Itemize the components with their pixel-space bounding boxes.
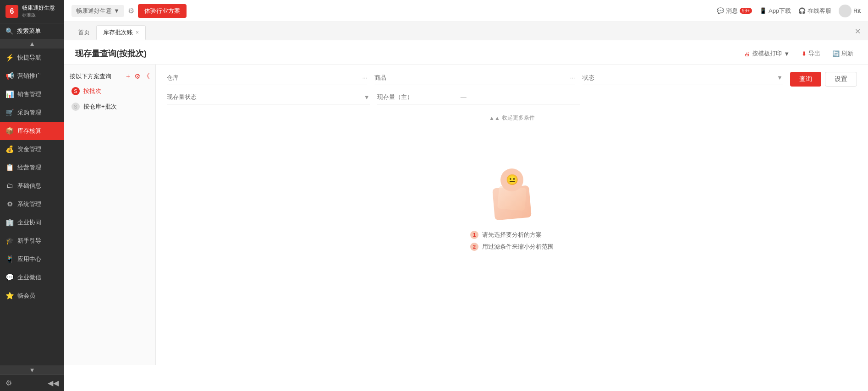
app-logo: 6 — [5, 5, 18, 18]
headset-icon: 🎧 — [798, 7, 806, 14]
collapse-bar[interactable]: ▲▲ 收起更多条件 — [167, 111, 857, 125]
empty-hint-1: 1 请先选择要分析的方案 — [470, 231, 554, 239]
empty-hint-2: 2 用过滤条件来缩小分析范围 — [470, 243, 554, 251]
sidebar-item-marketing[interactable]: 📢 营销推广 — [0, 67, 64, 85]
sidebar-label-inventory: 库存核算 — [17, 127, 41, 135]
print-icon: 🖨 — [744, 50, 750, 57]
sidebar-label-newbie: 新手引导 — [17, 237, 41, 245]
product-input[interactable] — [392, 74, 570, 81]
inventory-icon: 📦 — [5, 127, 14, 135]
warehouse-input[interactable] — [184, 74, 362, 81]
filter-row-2: 现存量状态 ▼ 现存量（主） — — [167, 93, 857, 104]
newbie-icon: 🎓 — [5, 237, 14, 245]
refresh-label: 刷新 — [841, 49, 853, 58]
hint-num-2: 2 — [470, 243, 478, 251]
topbar-right: 💬 消息 99+ 📱 App下载 🎧 在线客服 Rit — [717, 5, 861, 17]
product-label: 商品 — [374, 74, 388, 82]
scheme-panel-header: 按以下方案查询 ＋ ⚙ 《 — [64, 69, 155, 83]
sidebar-item-app-center[interactable]: 📱 应用中心 — [0, 250, 64, 268]
sidebar-nav: ⚡ 快捷导航 📢 营销推广 📊 销售管理 🛒 采购管理 📦 库存核算 💰 资金管… — [0, 49, 64, 365]
empty-illustration: 😐 — [484, 168, 539, 223]
finance-icon: 💰 — [5, 145, 14, 153]
page-header: 现存量查询(按批次) 🖨 按模板打印 ▼ ⬇ 导出 🔄 刷新 — [64, 40, 868, 65]
stock-qty-from[interactable] — [420, 94, 457, 101]
scroll-up-button[interactable]: ▲ — [0, 39, 64, 49]
hint-num-1: 1 — [470, 231, 478, 239]
warehouse-more-icon[interactable]: ··· — [362, 74, 367, 81]
sidebar-item-finance[interactable]: 💰 资金管理 — [0, 140, 64, 158]
sidebar-item-system[interactable]: ⚙ 系统管理 — [0, 195, 64, 213]
settings-scheme-icon[interactable]: ⚙ — [134, 72, 140, 81]
collapse-scheme-icon[interactable]: 《 — [143, 72, 150, 81]
print-btn[interactable]: 🖨 按模板打印 ▼ — [741, 48, 793, 60]
sidebar-label-basic: 基础信息 — [17, 182, 41, 190]
scheme-item-by-batch[interactable]: S 按批次 — [64, 83, 155, 99]
sidebar-item-operations[interactable]: 📋 经营管理 — [0, 158, 64, 177]
refresh-icon: 🔄 — [832, 50, 840, 57]
scheme-panel: 按以下方案查询 ＋ ⚙ 《 S 按批次 S 按仓库+批次 — [64, 65, 156, 365]
sidebar: 6 畅康通好生意 标准版 🔍 搜索菜单 ▲ ⚡ 快捷导航 📢 营销推广 📊 销售… — [0, 0, 64, 391]
sidebar-label-app-center: 应用中心 — [17, 255, 41, 263]
messages-label: 消息 — [726, 7, 738, 15]
topbar-settings-icon[interactable]: ⚙ — [128, 6, 134, 15]
sidebar-header: 6 畅康通好生意 标准版 — [0, 0, 64, 23]
empty-state: 😐 1 请先选择要分析的方案 2 用过滤条件来缩小分析范围 — [156, 132, 868, 288]
sidebar-item-inventory[interactable]: 📦 库存核算 — [0, 122, 64, 140]
online-service-label: 在线客服 — [808, 7, 831, 15]
sidebar-label-quick-nav: 快捷导航 — [17, 54, 41, 62]
sidebar-item-wechat[interactable]: 💬 企业微信 — [0, 268, 64, 287]
sidebar-item-newbie[interactable]: 🎓 新手引导 — [0, 232, 64, 250]
search-menu-item[interactable]: 🔍 搜索菜单 — [0, 23, 64, 39]
scheme-active-icon: S — [71, 87, 80, 95]
scheme-item-by-warehouse-batch[interactable]: S 按仓库+批次 — [64, 99, 155, 114]
online-service-item[interactable]: 🎧 在线客服 — [798, 7, 831, 15]
main-content: 畅康通好生意 ▼ ⚙ 体验行业方案 💬 消息 99+ 📱 App下载 🎧 在线客… — [64, 0, 868, 391]
status-dropdown-icon[interactable]: ▼ — [777, 74, 783, 81]
app-download-item[interactable]: 📱 App下载 — [759, 7, 791, 15]
system-icon: ⚙ — [5, 200, 14, 208]
username-label: Rit — [853, 7, 861, 14]
hint-text-2: 用过滤条件来缩小分析范围 — [482, 243, 554, 251]
sidebar-bottom: ⚙ ◀◀ — [0, 375, 64, 391]
collapse-sidebar-icon[interactable]: ◀◀ — [48, 379, 59, 387]
status-field: 状态 ▼ — [582, 74, 783, 85]
quick-nav-icon: ⚡ — [5, 54, 14, 62]
refresh-btn[interactable]: 🔄 刷新 — [829, 48, 857, 60]
scroll-down-button[interactable]: ▼ — [0, 365, 64, 375]
experience-btn[interactable]: 体验行业方案 — [138, 4, 187, 18]
user-profile-item[interactable]: Rit — [839, 5, 861, 17]
export-label: 导出 — [808, 49, 820, 58]
sidebar-item-membership[interactable]: ⭐ 畅会员 — [0, 287, 64, 305]
tab-batch-account[interactable]: 库存批次账 × — [96, 25, 146, 40]
close-all-tabs-icon[interactable]: ✕ — [855, 27, 861, 35]
query-button[interactable]: 查询 — [790, 72, 821, 87]
print-label: 按模板打印 — [752, 49, 782, 58]
settings-icon[interactable]: ⚙ — [5, 379, 12, 387]
export-icon: ⬇ — [802, 50, 807, 57]
messages-item[interactable]: 💬 消息 99+ — [717, 7, 752, 15]
sidebar-item-quick-nav[interactable]: ⚡ 快捷导航 — [0, 49, 64, 67]
page-title: 现存量查询(按批次) — [75, 48, 147, 59]
app-edition: 标准版 — [22, 12, 55, 18]
scheme-label-by-warehouse-batch: 按仓库+批次 — [83, 103, 117, 111]
scheme-label-by-batch: 按批次 — [83, 87, 101, 95]
tab-home[interactable]: 首页 — [71, 25, 96, 40]
product-more-icon[interactable]: ··· — [570, 74, 575, 81]
export-btn[interactable]: ⬇ 导出 — [798, 48, 824, 60]
tab-close-icon[interactable]: × — [136, 29, 139, 36]
warehouse-label: 仓库 — [167, 74, 181, 82]
topbar-brand[interactable]: 畅康通好生意 ▼ — [71, 5, 124, 17]
sidebar-item-basic[interactable]: 🗂 基础信息 — [0, 177, 64, 195]
stock-status-dropdown-icon[interactable]: ▼ — [364, 94, 370, 101]
settings-button[interactable]: 设置 — [825, 72, 857, 87]
filter-row-1: 仓库 ··· 商品 ··· 状态 — [167, 72, 857, 87]
scheme-panel-title: 按以下方案查询 — [70, 72, 111, 81]
sidebar-item-enterprise[interactable]: 🏢 企业协同 — [0, 213, 64, 232]
print-dropdown-icon: ▼ — [784, 50, 790, 57]
sidebar-label-finance: 资金管理 — [17, 145, 41, 153]
stock-qty-to[interactable] — [470, 94, 507, 101]
sidebar-item-purchase[interactable]: 🛒 采购管理 — [0, 103, 64, 122]
add-scheme-icon[interactable]: ＋ — [125, 72, 132, 81]
sidebar-item-sales[interactable]: 📊 销售管理 — [0, 85, 64, 103]
purchase-icon: 🛒 — [5, 109, 14, 117]
